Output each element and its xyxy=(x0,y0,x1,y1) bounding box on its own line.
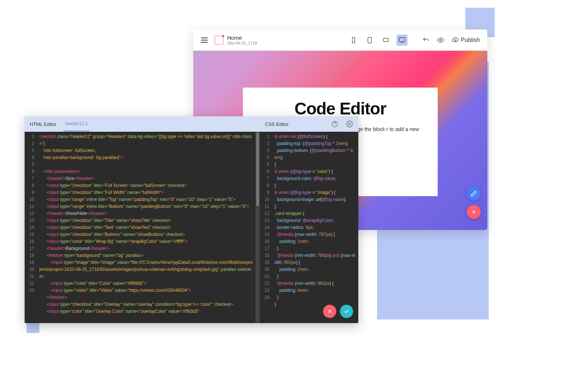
undo-button[interactable] xyxy=(422,36,430,44)
hamburger-menu-icon[interactable] xyxy=(197,33,212,47)
html-editor-pane: HTML Editor header12-1 12345678910111213… xyxy=(25,116,260,323)
svg-rect-1 xyxy=(368,37,372,43)
css-editor-pane: CSS Editor 12345678910111213141516171819… xyxy=(260,116,358,323)
device-mobile-icon[interactable] xyxy=(348,35,359,46)
device-laptop-icon[interactable] xyxy=(380,35,391,46)
html-editor-tab[interactable]: header12-1 xyxy=(64,117,89,131)
svg-rect-2 xyxy=(383,38,388,42)
css-source[interactable]: & when not (@fullScreen) { padding-top: … xyxy=(272,132,358,323)
device-desktop-icon[interactable] xyxy=(397,35,408,46)
page-title: Home xyxy=(227,35,348,41)
html-source[interactable]: <section class="header12" group="Headers… xyxy=(37,132,255,323)
builder-topbar: Home Site-09-25_1718 Publish xyxy=(193,29,487,51)
gear-icon[interactable] xyxy=(346,120,353,128)
publish-button[interactable]: Publish xyxy=(452,36,480,44)
css-editor-label: CSS Editor xyxy=(265,121,288,127)
device-tablet-icon[interactable] xyxy=(364,35,375,46)
edit-fab-button[interactable] xyxy=(467,187,481,201)
css-line-gutter: 123456789101112131415161718192021222324 xyxy=(260,132,272,323)
html-line-gutter: 1234567891011121314151617181920212223 xyxy=(25,132,37,323)
html-editor-label: HTML Editor xyxy=(30,121,56,127)
svg-rect-3 xyxy=(399,38,405,42)
css-pane-header: CSS Editor xyxy=(260,116,358,132)
cancel-button[interactable] xyxy=(323,305,336,318)
app-icon xyxy=(215,36,223,45)
preview-button[interactable] xyxy=(437,36,444,44)
html-code-area[interactable]: 1234567891011121314151617181920212223 <s… xyxy=(25,132,260,323)
svg-point-4 xyxy=(440,39,441,41)
topbar-actions: Publish xyxy=(422,36,480,44)
svg-rect-0 xyxy=(352,37,355,43)
add-fab-button[interactable] xyxy=(467,205,481,219)
site-name: Site-09-25_1718 xyxy=(227,41,348,45)
editor-action-buttons xyxy=(323,305,353,318)
css-code-area[interactable]: 123456789101112131415161718192021222324 … xyxy=(260,132,358,323)
card-heading: Code Editor xyxy=(259,99,421,118)
device-switcher xyxy=(348,35,408,46)
svg-point-6 xyxy=(349,123,351,125)
scrollbar[interactable] xyxy=(255,132,260,323)
confirm-button[interactable] xyxy=(340,305,353,318)
help-icon[interactable] xyxy=(331,120,338,128)
html-pane-header: HTML Editor header12-1 xyxy=(25,116,260,132)
code-editor-window: HTML Editor header12-1 12345678910111213… xyxy=(25,116,358,323)
page-title-block[interactable]: Home Site-09-25_1718 xyxy=(227,35,348,45)
